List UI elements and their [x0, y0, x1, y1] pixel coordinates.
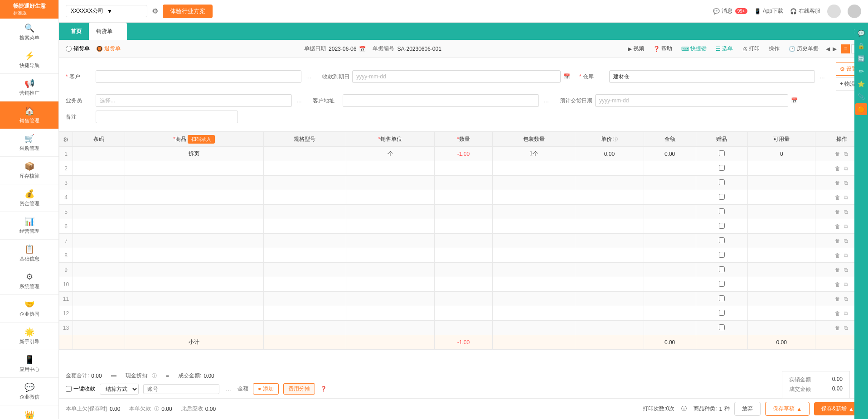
row-gift[interactable] [696, 219, 748, 234]
sales-order-radio[interactable]: 销货单 [66, 45, 90, 53]
copy-row-icon[interactable]: ⧉ [844, 267, 848, 273]
avatar[interactable] [827, 5, 841, 18]
copy-row-icon[interactable]: ⧉ [844, 238, 848, 244]
copy-row-icon[interactable]: ⧉ [844, 252, 848, 259]
customer-dots[interactable]: … [304, 73, 313, 80]
sidebar-item-guide[interactable]: 🌟 新手引导 [0, 323, 58, 350]
row-unit[interactable] [346, 190, 434, 205]
row-pack-qty[interactable]: 1个 [493, 147, 575, 161]
row-product[interactable] [125, 277, 263, 292]
row-pack-qty[interactable] [493, 263, 575, 277]
row-barcode[interactable] [73, 292, 125, 306]
fee-split-btn[interactable]: 费用分摊 [283, 383, 315, 395]
row-spec[interactable] [263, 147, 346, 161]
row-quantity[interactable] [435, 263, 493, 277]
row-amount[interactable] [644, 263, 696, 277]
delete-row-icon[interactable]: 🗑 [835, 194, 840, 201]
sidebar-item-finance[interactable]: 💰 资金管理 [0, 184, 58, 212]
far-right-chat[interactable]: 💬 [855, 27, 867, 39]
prev-icon[interactable]: ◀ [825, 45, 831, 53]
sidebar-item-purchase_mgmt[interactable]: 🛒 采购管理 [0, 129, 58, 157]
sidebar-item-system_mgmt[interactable]: ⚙ 系统管理 [0, 267, 58, 295]
row-spec[interactable] [263, 176, 346, 190]
video-btn[interactable]: ▶ 视频 [625, 43, 647, 54]
row-gift[interactable] [696, 248, 748, 263]
trial-button[interactable]: 体验行业方案 [163, 5, 213, 18]
row-product[interactable] [125, 219, 263, 234]
row-amount[interactable] [644, 306, 696, 321]
customer-input[interactable] [96, 70, 301, 83]
help-btn[interactable]: ❓ 帮助 [650, 43, 675, 54]
sidebar-logo[interactable]: 畅捷通好生意 标准版 [0, 0, 58, 19]
delete-row-icon[interactable]: 🗑 [835, 223, 840, 230]
delete-row-icon[interactable]: 🗑 [835, 281, 840, 288]
row-unit[interactable]: 个 [346, 147, 434, 161]
copy-row-icon[interactable]: ⧉ [844, 325, 848, 331]
row-pack-qty[interactable] [493, 176, 575, 190]
row-barcode[interactable] [73, 263, 125, 277]
sidebar-item-inventory[interactable]: 📦 库存核算 [0, 157, 58, 184]
delete-row-icon[interactable]: 🗑 [835, 310, 840, 317]
row-gift[interactable] [696, 161, 748, 176]
far-right-star[interactable]: ⭐ [855, 78, 867, 90]
row-price[interactable] [575, 263, 644, 277]
add-payment-btn[interactable]: ● 添加 [253, 383, 279, 395]
row-price[interactable] [575, 248, 644, 263]
row-price[interactable] [575, 292, 644, 306]
copy-row-icon[interactable]: ⧉ [844, 165, 848, 172]
row-barcode[interactable] [73, 205, 125, 219]
row-unit[interactable] [346, 161, 434, 176]
row-spec[interactable] [263, 219, 346, 234]
delete-row-icon[interactable]: 🗑 [835, 296, 840, 302]
row-barcode[interactable] [73, 234, 125, 248]
row-price[interactable] [575, 277, 644, 292]
row-amount[interactable] [644, 190, 696, 205]
far-right-lock[interactable]: 🔒 [855, 40, 867, 52]
list-view-btn[interactable]: ≡ [841, 44, 850, 53]
sidebar-item-weixin[interactable]: 💬 企业微信 [0, 378, 58, 405]
save-draft-btn[interactable]: 保存草稿 ▲ [765, 402, 810, 416]
row-pack-qty[interactable] [493, 190, 575, 205]
company-selector[interactable]: XXXXXX公司 ▼ [66, 5, 147, 17]
row-gift[interactable] [696, 190, 748, 205]
far-right-clip[interactable]: 📎 [855, 91, 867, 102]
row-product[interactable] [125, 321, 263, 335]
copy-row-icon[interactable]: ⧉ [844, 281, 848, 288]
row-unit[interactable] [346, 205, 434, 219]
row-gift[interactable] [696, 277, 748, 292]
row-unit[interactable] [346, 176, 434, 190]
far-right-orange[interactable]: 🟠 [855, 103, 867, 115]
row-quantity[interactable] [435, 190, 493, 205]
row-gift[interactable] [696, 263, 748, 277]
row-price[interactable] [575, 234, 644, 248]
copy-row-icon[interactable]: ⧉ [844, 223, 848, 230]
row-amount[interactable]: 0.00 [644, 147, 696, 161]
row-pack-qty[interactable] [493, 205, 575, 219]
row-amount[interactable] [644, 234, 696, 248]
warehouse-dots[interactable]: … [818, 73, 827, 80]
row-unit[interactable] [346, 234, 434, 248]
row-barcode[interactable] [73, 248, 125, 263]
row-spec[interactable] [263, 190, 346, 205]
delivery-calendar-icon[interactable]: 📅 [791, 97, 798, 104]
row-spec[interactable] [263, 263, 346, 277]
address-dots[interactable]: … [542, 97, 551, 104]
tab-home[interactable]: 首页 [63, 23, 89, 40]
row-unit[interactable] [346, 321, 434, 335]
row-spec[interactable] [263, 248, 346, 263]
row-spec[interactable] [263, 321, 346, 335]
select-btn[interactable]: ☰ 选单 [713, 43, 736, 54]
discount-info-icon[interactable]: ⓘ [152, 372, 157, 379]
copy-row-icon[interactable]: ⧉ [844, 310, 848, 317]
row-gift[interactable] [696, 205, 748, 219]
sidebar-item-basic_info[interactable]: 📋 基础信息 [0, 240, 58, 267]
row-product[interactable] [125, 190, 263, 205]
avatar2[interactable] [848, 5, 861, 18]
row-amount[interactable] [644, 277, 696, 292]
row-price[interactable] [575, 219, 644, 234]
sidebar-item-enterprise[interactable]: 🤝 企业协同 [0, 295, 58, 323]
online-service-item[interactable]: 🎧 在线客服 [790, 7, 820, 15]
row-price[interactable] [575, 321, 644, 335]
row-product[interactable] [125, 292, 263, 306]
row-quantity[interactable] [435, 321, 493, 335]
